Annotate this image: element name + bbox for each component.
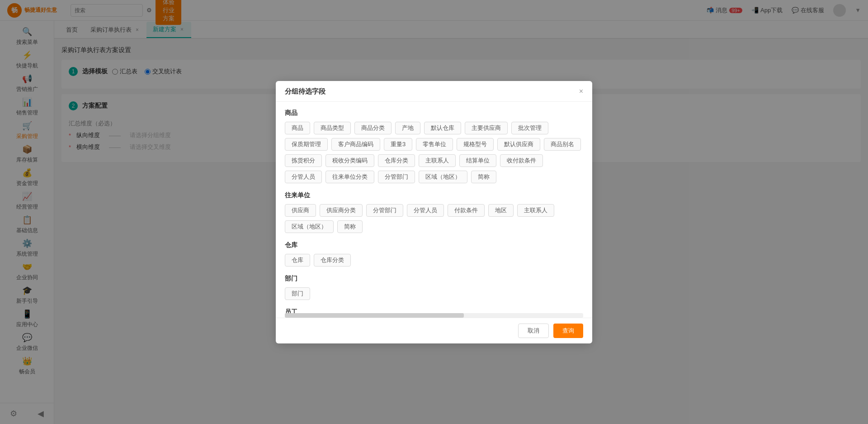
field-tag-1-4[interactable]: 付款条件 <box>448 204 485 217</box>
field-tag-0-17[interactable]: 主联系人 <box>419 154 456 167</box>
field-tag-1-3[interactable]: 分管人员 <box>407 204 444 217</box>
field-tag-0-7[interactable]: 保质期管理 <box>285 138 328 151</box>
field-group-仓库: 仓库仓库仓库分类 <box>285 241 583 267</box>
field-group-商品: 商品商品商品类型商品分类产地默认仓库主要供应商批次管理保质期管理客户商品编码重量… <box>285 109 583 183</box>
field-tag-1-5[interactable]: 地区 <box>488 204 514 217</box>
field-tag-1-0[interactable]: 供应商 <box>285 204 316 217</box>
modal-close-button[interactable]: × <box>579 88 583 95</box>
field-tag-0-9[interactable]: 重量3 <box>384 138 412 151</box>
modal-body[interactable]: 商品商品商品类型商品分类产地默认仓库主要供应商批次管理保质期管理客户商品编码重量… <box>276 102 592 313</box>
field-tag-0-12[interactable]: 默认供应商 <box>497 138 540 151</box>
field-tag-0-20[interactable]: 分管人员 <box>285 171 322 183</box>
field-tag-0-5[interactable]: 主要供应商 <box>465 122 508 134</box>
field-group-往来单位: 往来单位供应商供应商分类分管部门分管人员付款条件地区主联系人区域（地区）简称 <box>285 191 583 233</box>
field-select-modal: 分组待选字段 × 商品商品商品类型商品分类产地默认仓库主要供应商批次管理保质期管… <box>276 81 592 343</box>
modal-hscroll-thumb <box>285 313 464 318</box>
field-group-title-1: 往来单位 <box>285 191 583 200</box>
field-tag-0-3[interactable]: 产地 <box>395 122 420 134</box>
field-group-部门: 部门部门 <box>285 275 583 300</box>
field-tag-3-0[interactable]: 部门 <box>285 287 310 300</box>
field-tag-0-4[interactable]: 默认仓库 <box>424 122 461 134</box>
modal-title: 分组待选字段 <box>285 87 326 96</box>
field-tag-1-7[interactable]: 区域（地区） <box>285 220 334 233</box>
modal-footer: 取消 查询 <box>276 318 592 343</box>
field-tag-0-23[interactable]: 区域（地区） <box>419 171 467 183</box>
field-group-员工: 员工业务员 <box>285 308 583 313</box>
field-tags-3: 部门 <box>285 287 583 300</box>
field-tag-2-1[interactable]: 仓库分类 <box>314 254 351 267</box>
field-tags-0: 商品商品类型商品分类产地默认仓库主要供应商批次管理保质期管理客户商品编码重量3零… <box>285 122 583 183</box>
field-tag-0-19[interactable]: 收付款条件 <box>500 154 543 167</box>
modal-horizontal-scrollbar[interactable] <box>285 313 583 318</box>
field-tag-0-16[interactable]: 仓库分类 <box>378 154 415 167</box>
field-tags-1: 供应商供应商分类分管部门分管人员付款条件地区主联系人区域（地区）简称 <box>285 204 583 233</box>
field-tag-0-10[interactable]: 零售单位 <box>416 138 453 151</box>
field-tag-0-8[interactable]: 客户商品编码 <box>331 138 380 151</box>
field-tag-1-6[interactable]: 主联系人 <box>517 204 554 217</box>
field-tag-0-1[interactable]: 商品类型 <box>314 122 351 134</box>
field-tag-0-14[interactable]: 拣货积分 <box>285 154 322 167</box>
modal-overlay: 分组待选字段 × 商品商品商品类型商品分类产地默认仓库主要供应商批次管理保质期管… <box>0 0 868 424</box>
field-group-title-3: 部门 <box>285 275 583 283</box>
field-tag-0-24[interactable]: 简称 <box>471 171 496 183</box>
field-tag-0-6[interactable]: 批次管理 <box>511 122 548 134</box>
field-group-title-2: 仓库 <box>285 241 583 249</box>
field-tag-0-0[interactable]: 商品 <box>285 122 310 134</box>
field-group-title-4: 员工 <box>285 308 583 313</box>
field-tag-0-2[interactable]: 商品分类 <box>354 122 392 134</box>
field-tag-1-8[interactable]: 简称 <box>337 220 363 233</box>
confirm-button[interactable]: 查询 <box>553 324 583 338</box>
field-tag-0-13[interactable]: 商品别名 <box>544 138 581 151</box>
field-tag-2-0[interactable]: 仓库 <box>285 254 310 267</box>
field-tag-0-21[interactable]: 往来单位分类 <box>326 171 374 183</box>
cancel-button[interactable]: 取消 <box>518 324 549 338</box>
field-group-title-0: 商品 <box>285 109 583 117</box>
field-tag-0-11[interactable]: 规格型号 <box>457 138 494 151</box>
field-tags-2: 仓库仓库分类 <box>285 254 583 267</box>
field-tag-1-2[interactable]: 分管部门 <box>366 204 403 217</box>
field-tag-0-15[interactable]: 税收分类编码 <box>326 154 374 167</box>
field-tag-1-1[interactable]: 供应商分类 <box>320 204 363 217</box>
field-tag-0-18[interactable]: 结算单位 <box>459 154 496 167</box>
modal-header: 分组待选字段 × <box>276 81 592 102</box>
field-tag-0-22[interactable]: 分管部门 <box>378 171 415 183</box>
